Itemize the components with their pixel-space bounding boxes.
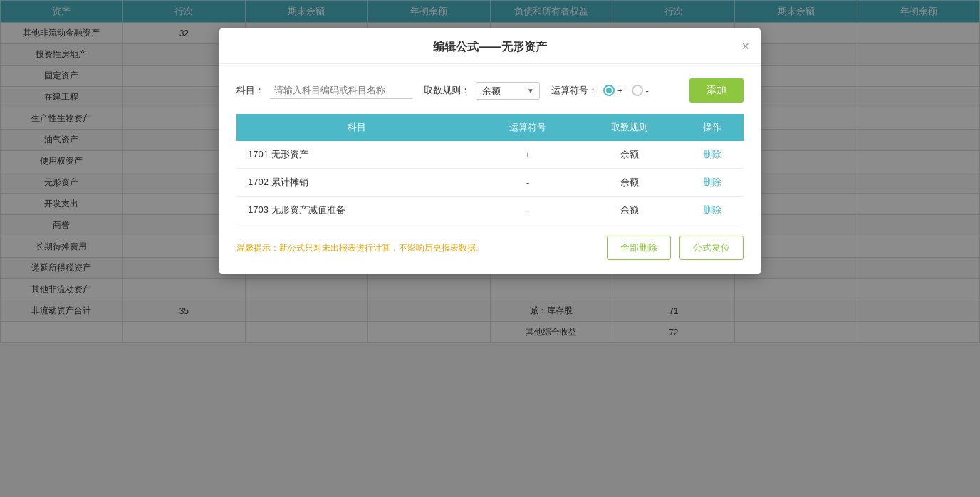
delete-row-button[interactable]: 删除 <box>703 148 721 161</box>
delete-all-button[interactable]: 全部删除 <box>607 236 671 260</box>
subject-input[interactable] <box>270 82 412 99</box>
rule-label: 取数规则： <box>424 84 470 97</box>
tip-text: 温馨提示：新公式只对未出报表进行计算，不影响历史报表数据。 <box>236 242 484 254</box>
dialog-footer: 温馨提示：新公式只对未出报表进行计算，不影响历史报表数据。 全部删除 公式复位 <box>219 224 761 260</box>
table-row: 1703 无形资产减值准备-余额删除 <box>236 197 744 224</box>
table-header: 运算符号 <box>477 114 579 141</box>
operator-group: 运算符号： + - <box>551 84 649 97</box>
close-button[interactable]: × <box>741 40 749 53</box>
subject-label: 科目： <box>236 84 264 97</box>
table-row: 1701 无形资产+余额删除 <box>236 141 744 169</box>
rule-select-wrapper: 余额借方贷方借方发生额贷方发生额 ▼ <box>476 82 540 100</box>
rule-cell: 余额 <box>579 141 681 169</box>
formula-table: 科目运算符号取数规则操作 1701 无形资产+余额删除1702 累计摊销-余额删… <box>236 114 744 224</box>
radio-plus-circle <box>603 85 615 96</box>
action-cell: 删除 <box>681 197 744 224</box>
operator-cell: - <box>477 169 579 197</box>
footer-buttons: 全部删除 公式复位 <box>607 236 744 260</box>
delete-row-button[interactable]: 删除 <box>703 176 721 189</box>
operator-plus-option[interactable]: + <box>603 85 623 96</box>
table-header: 取数规则 <box>579 114 681 141</box>
operator-cell: - <box>477 197 579 224</box>
action-cell: 删除 <box>681 169 744 197</box>
page-wrapper: 资产行次期末余额年初余额负债和所有者权益行次期末余额年初余额 其他非流动金融资产… <box>0 0 980 497</box>
add-button[interactable]: 添加 <box>689 78 744 103</box>
rule-select[interactable]: 余额借方贷方借方发生额贷方发生额 <box>476 82 540 100</box>
edit-formula-dialog: 编辑公式——无形资产 × 科目： 取数规则： 余额借方贷方借方发生额贷方发生额 … <box>219 28 761 274</box>
operator-radio-group: + - <box>603 85 649 96</box>
subject-cell: 1701 无形资产 <box>236 141 477 169</box>
radio-minus-circle <box>632 85 643 96</box>
subject-cell: 1702 累计摊销 <box>236 169 477 197</box>
modal-overlay: 编辑公式——无形资产 × 科目： 取数规则： 余额借方贷方借方发生额贷方发生额 … <box>0 0 980 497</box>
subject-group: 科目： <box>236 82 412 99</box>
operator-minus-option[interactable]: - <box>632 85 649 96</box>
operator-minus-label: - <box>646 85 649 96</box>
dialog-header: 编辑公式——无形资产 × <box>219 28 761 64</box>
operator-plus-label: + <box>617 85 623 96</box>
form-row: 科目： 取数规则： 余额借方贷方借方发生额贷方发生额 ▼ 运算符号： <box>219 64 761 114</box>
subject-cell: 1703 无形资产减值准备 <box>236 197 477 224</box>
rule-cell: 余额 <box>579 169 681 197</box>
table-row: 1702 累计摊销-余额删除 <box>236 169 744 197</box>
dialog-title: 编辑公式——无形资产 <box>433 41 547 53</box>
operator-label: 运算符号： <box>551 84 598 97</box>
table-header: 操作 <box>681 114 744 141</box>
action-cell: 删除 <box>681 141 744 169</box>
reset-formula-button[interactable]: 公式复位 <box>679 236 744 260</box>
table-header: 科目 <box>236 114 477 141</box>
rule-group: 取数规则： 余额借方贷方借方发生额贷方发生额 ▼ <box>424 82 540 100</box>
delete-row-button[interactable]: 删除 <box>703 204 721 216</box>
table-wrapper: 科目运算符号取数规则操作 1701 无形资产+余额删除1702 累计摊销-余额删… <box>219 114 761 224</box>
rule-cell: 余额 <box>579 197 681 224</box>
operator-cell: + <box>477 141 579 169</box>
